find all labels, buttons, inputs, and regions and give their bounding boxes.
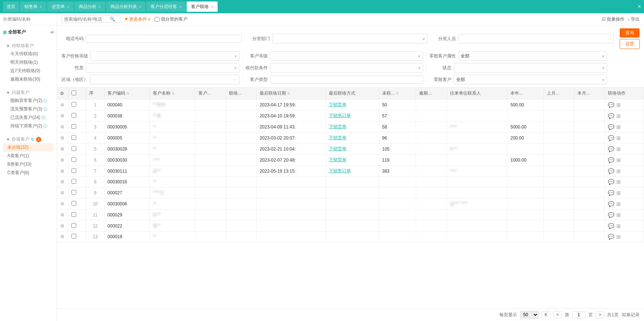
- grid-action-icon[interactable]: ⊞: [616, 146, 621, 152]
- tab-purchase[interactable]: 进货单 ×: [47, 1, 74, 12]
- sidebar-item-overdue[interactable]: 逾期未联络(30): [3, 75, 54, 84]
- reset-button[interactable]: 设置: [620, 39, 640, 49]
- gear-col-header[interactable]: ⚙: [57, 88, 68, 99]
- close-product-icon[interactable]: ×: [99, 5, 101, 9]
- payment-select[interactable]: ∨: [270, 63, 423, 73]
- tab-home[interactable]: 首页: [3, 1, 19, 12]
- last-method-cell[interactable]: 下销售订单: [325, 110, 379, 121]
- grid-action-icon[interactable]: ⊞: [616, 135, 621, 141]
- message-icon[interactable]: 💬: [608, 113, 614, 119]
- row-checkbox[interactable]: [71, 212, 76, 217]
- check-cell[interactable]: [68, 133, 86, 144]
- sidebar-all-customers-header[interactable]: ⊞ 全部客户 ≪: [3, 28, 54, 37]
- row-checkbox[interactable]: [71, 179, 76, 184]
- last-method-cell[interactable]: 下销售订单: [325, 166, 379, 177]
- last-method-link[interactable]: 下销货单: [329, 146, 346, 151]
- last-method-cell[interactable]: 下销货单: [325, 133, 379, 144]
- manager-select[interactable]: ···: [458, 34, 614, 43]
- row-checkbox[interactable]: [71, 102, 76, 107]
- select-all-checkbox[interactable]: [71, 91, 76, 95]
- last-method-cell[interactable]: [325, 177, 379, 187]
- prev-page-button[interactable]: <: [553, 311, 562, 318]
- gear-cell[interactable]: ⚙: [57, 110, 68, 121]
- grid-action-icon[interactable]: ⊞: [616, 157, 621, 163]
- message-icon[interactable]: 💬: [608, 201, 614, 207]
- tab-product-analysis-list[interactable]: 商品分析列表 ×: [106, 1, 146, 12]
- grid-action-icon[interactable]: ⊞: [616, 223, 621, 229]
- search-input[interactable]: [64, 17, 108, 22]
- check-cell[interactable]: [68, 144, 86, 155]
- gear-cell[interactable]: ⚙: [57, 209, 68, 221]
- last-method-link[interactable]: 下销售订单: [329, 168, 351, 173]
- batch-ops-button[interactable]: ☑ 批量操作: [602, 16, 624, 22]
- message-icon[interactable]: 💬: [608, 135, 614, 141]
- sidebar-item-class-b[interactable]: B类客户(33): [3, 160, 54, 169]
- check-cell[interactable]: [68, 187, 86, 198]
- sidebar-item-ungroup[interactable]: 未分组(32): [3, 143, 54, 152]
- check-cell[interactable]: [68, 232, 86, 242]
- sidebar-item-class-c[interactable]: C类客户(6): [3, 169, 54, 177]
- last-method-cell[interactable]: 下销货单: [325, 155, 379, 166]
- close-sales-icon[interactable]: ×: [40, 5, 42, 9]
- retail-attr-select[interactable]: 全部 ∨: [458, 51, 607, 61]
- gear-cell[interactable]: ⚙: [57, 99, 68, 110]
- first-page-button[interactable]: K: [542, 311, 550, 318]
- row-checkbox[interactable]: [71, 234, 76, 239]
- grid-action-icon[interactable]: ⊞: [616, 190, 621, 196]
- query-button[interactable]: 查询: [620, 28, 640, 38]
- check-cell[interactable]: [68, 110, 86, 121]
- message-icon[interactable]: 💬: [608, 146, 614, 152]
- row-checkbox[interactable]: [71, 223, 76, 228]
- row-checkbox[interactable]: [71, 146, 76, 151]
- message-icon[interactable]: 💬: [608, 102, 614, 108]
- grid-action-icon[interactable]: ⊞: [616, 234, 621, 240]
- row-checkbox[interactable]: [71, 190, 76, 195]
- phone-input[interactable]: [86, 35, 242, 43]
- price-grade-select[interactable]: ∨: [90, 51, 239, 61]
- tab-sales[interactable]: 销售单 ×: [20, 1, 46, 12]
- gear-cell[interactable]: ⚙: [57, 144, 68, 155]
- last-method-cell[interactable]: [325, 232, 379, 242]
- last-method-link[interactable]: 下销货单: [329, 135, 346, 140]
- grid-action-icon[interactable]: ⊞: [616, 124, 621, 130]
- sidebar-item-churn-warn[interactable]: 流失预警客户(3) ⓘ: [3, 105, 54, 113]
- last-method-link[interactable]: 下销货单: [329, 102, 346, 107]
- check-cell[interactable]: [68, 166, 86, 177]
- check-cell[interactable]: [68, 99, 86, 110]
- region-select[interactable]: ···: [90, 75, 239, 84]
- last-method-cell[interactable]: [325, 187, 379, 198]
- message-icon[interactable]: 💬: [608, 190, 614, 196]
- sidebar-search-input[interactable]: [3, 17, 57, 22]
- row-checkbox[interactable]: [71, 201, 76, 206]
- cust-type-input[interactable]: [270, 75, 423, 84]
- close-product-list-icon[interactable]: ×: [139, 5, 141, 9]
- row-checkbox[interactable]: [71, 135, 76, 140]
- status-select[interactable]: ∨: [454, 63, 607, 73]
- gear-cell[interactable]: ⚙: [57, 232, 68, 242]
- grid-action-icon[interactable]: ⊞: [616, 201, 621, 207]
- close-customer-segment-icon[interactable]: ×: [179, 5, 182, 9]
- row-checkbox[interactable]: [71, 113, 76, 118]
- message-icon[interactable]: 💬: [608, 157, 614, 163]
- next-page-button[interactable]: >: [596, 311, 604, 318]
- check-cell[interactable]: [68, 198, 86, 209]
- last-date-col-header[interactable]: 最后联络日期: [257, 88, 326, 99]
- sidebar-item-class-a[interactable]: A类客户(1): [3, 152, 54, 160]
- close-customer-contact-icon[interactable]: ×: [211, 5, 213, 9]
- sidebar-problem-group-label[interactable]: ▼ 问题客户: [3, 88, 54, 96]
- retail-cust-select[interactable]: 全部 ∨: [454, 75, 607, 84]
- last-method-cell[interactable]: [325, 198, 379, 209]
- sidebar-value-group-label[interactable]: ▼ 价值客户 ↻ 8: [3, 135, 54, 143]
- last-method-link[interactable]: 下销售订单: [329, 113, 351, 118]
- sidebar-item-7days[interactable]: 近7天待联络(0): [3, 67, 54, 75]
- grid-action-icon[interactable]: ⊞: [616, 102, 621, 108]
- gear-cell[interactable]: ⚙: [57, 155, 68, 166]
- close-all-button[interactable]: ×: [638, 3, 641, 10]
- close-purchase-icon[interactable]: ×: [67, 5, 69, 9]
- row-checkbox[interactable]: [71, 168, 76, 173]
- gear-cell[interactable]: ⚙: [57, 187, 68, 198]
- gear-cell[interactable]: ⚙: [57, 166, 68, 177]
- tab-customer-contact[interactable]: 客户联络 ×: [187, 1, 218, 12]
- last-method-cell[interactable]: 下销货单: [325, 144, 379, 155]
- message-icon[interactable]: 💬: [608, 179, 614, 185]
